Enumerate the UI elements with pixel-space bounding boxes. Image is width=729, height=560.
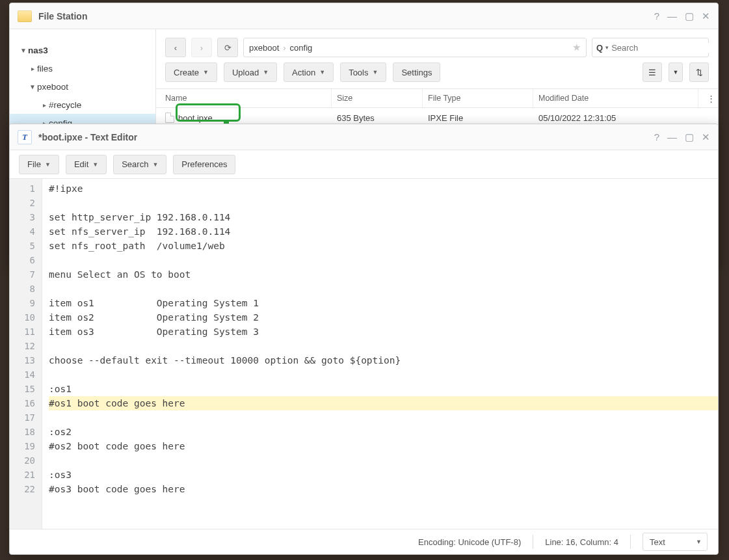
window-title: File Station xyxy=(38,11,87,21)
breadcrumb-part[interactable]: pxeboot xyxy=(249,43,279,53)
code-editor[interactable]: #!ipxeset http_server_ip 192.168.0.114se… xyxy=(42,179,718,529)
settings-button[interactable]: Settings xyxy=(393,62,440,82)
search-input[interactable] xyxy=(611,43,718,53)
file-station-titlebar[interactable]: File Station ? — ▢ ✕ xyxy=(10,3,718,29)
tree-root[interactable]: ▼nas3 xyxy=(10,41,155,59)
menu-file[interactable]: File▼ xyxy=(19,155,59,174)
editor-title: *boot.ipxe - Text Editor xyxy=(38,132,137,142)
status-bar: Encoding: Unicode (UTF-8) Line: 16, Colu… xyxy=(10,529,718,554)
close-icon[interactable]: ✕ xyxy=(702,131,710,143)
line-gutter: 12345678910111213141516171819202122 xyxy=(10,179,42,529)
search-icon: Q xyxy=(596,43,603,53)
syntax-dropdown[interactable]: Text▼ xyxy=(643,533,708,551)
star-icon[interactable]: ★ xyxy=(572,42,581,53)
maximize-icon[interactable]: ▢ xyxy=(685,10,694,22)
folder-icon xyxy=(18,10,32,22)
text-editor-titlebar[interactable]: T *boot.ipxe - Text Editor ? — ▢ ✕ xyxy=(10,124,718,150)
col-name[interactable]: Name xyxy=(156,89,332,107)
minimize-icon[interactable]: — xyxy=(667,131,677,143)
help-icon[interactable]: ? xyxy=(654,10,659,22)
menu-preferences[interactable]: Preferences xyxy=(173,155,235,174)
sort-button[interactable]: ⇅ xyxy=(689,62,709,82)
col-type[interactable]: File Type xyxy=(423,89,533,107)
nav-forward-button: › xyxy=(191,38,212,57)
minimize-icon[interactable]: — xyxy=(667,10,677,22)
help-icon[interactable]: ? xyxy=(654,131,659,143)
editor-menubar: File▼ Edit▼ Search▼ Preferences xyxy=(10,150,718,179)
tree-item-pxeboot[interactable]: ▼pxeboot xyxy=(10,77,155,96)
view-options-button[interactable]: ▼ xyxy=(669,62,683,82)
columns-menu-icon[interactable]: ⋮ xyxy=(698,89,718,107)
text-editor-icon: T xyxy=(18,130,32,144)
file-name: boot.ipxe xyxy=(178,113,213,123)
file-date: 05/10/2022 12:31:05 xyxy=(533,113,718,123)
create-button[interactable]: Create▼ xyxy=(165,62,217,82)
close-icon[interactable]: ✕ xyxy=(702,10,710,22)
menu-search[interactable]: Search▼ xyxy=(113,155,166,174)
tree-item-files[interactable]: ▸files xyxy=(10,59,155,77)
status-position: Line: 16, Column: 4 xyxy=(545,537,618,547)
col-date[interactable]: Modified Date xyxy=(533,89,698,107)
table-header: Name Size File Type Modified Date ⋮ xyxy=(156,88,718,108)
nav-back-button[interactable]: ‹ xyxy=(165,38,186,57)
text-editor-window: T *boot.ipxe - Text Editor ? — ▢ ✕ File▼… xyxy=(9,124,719,555)
status-encoding: Encoding: Unicode (UTF-8) xyxy=(418,537,521,547)
col-size[interactable]: Size xyxy=(332,89,423,107)
file-icon xyxy=(165,113,174,123)
refresh-button[interactable]: ⟳ xyxy=(217,38,238,57)
file-size: 635 Bytes xyxy=(332,113,423,123)
breadcrumb[interactable]: pxeboot › config ★ xyxy=(243,38,587,57)
action-button[interactable]: Action▼ xyxy=(284,62,334,82)
breadcrumb-part[interactable]: config xyxy=(290,43,313,53)
tree-item-recycle[interactable]: ▸#recycle xyxy=(10,96,155,114)
upload-button[interactable]: Upload▼ xyxy=(224,62,277,82)
file-type: IPXE File xyxy=(423,113,533,123)
tools-button[interactable]: Tools▼ xyxy=(340,62,386,82)
maximize-icon[interactable]: ▢ xyxy=(685,131,694,143)
view-list-button[interactable]: ☰ xyxy=(643,62,662,82)
menu-edit[interactable]: Edit▼ xyxy=(66,155,107,174)
search-input-wrap[interactable]: Q▾ xyxy=(592,38,709,57)
